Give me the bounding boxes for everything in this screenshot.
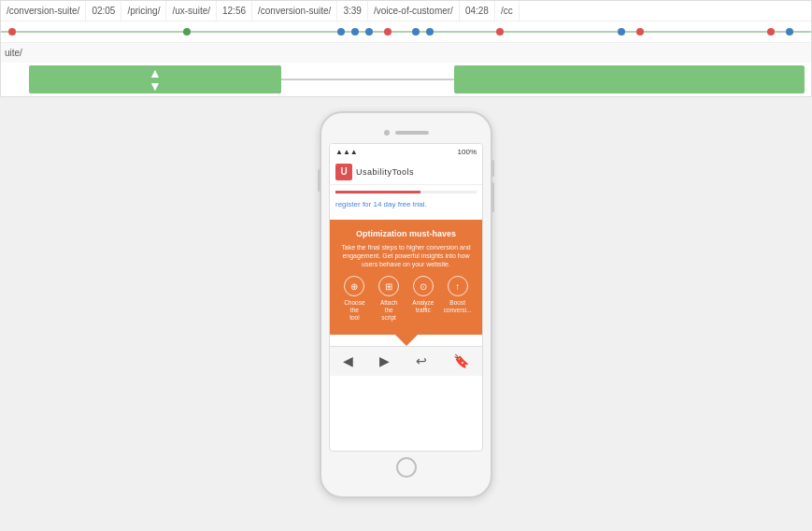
- phone-nav-bar: U UsabilityTools: [330, 159, 482, 185]
- track-dot-red-3: [496, 28, 504, 36]
- phone-orange-section: Optimization must-haves Take the final s…: [330, 220, 482, 335]
- side-button-right-1: [491, 160, 494, 177]
- timeline-container: /conversion-suite/ 02:05 /pricing/ /ux-s…: [0, 0, 812, 97]
- choose-icon: ⊕: [344, 276, 364, 296]
- attach-label: Attachthescript: [380, 299, 397, 321]
- phone-logo-icon: U: [335, 164, 352, 180]
- signal-icon: ▲▲▲: [335, 148, 358, 156]
- battery-indicator: 100%: [458, 148, 477, 156]
- header-item-8: /voice-of-customer/: [368, 1, 460, 21]
- forward-button[interactable]: ▶: [379, 353, 390, 368]
- timeline-playback-row: ▲ ▼: [1, 63, 811, 96]
- timeline-track: [1, 22, 811, 42]
- track-dot-blue-6: [618, 28, 625, 36]
- header-item-2: 02:05: [86, 1, 121, 21]
- track-dot-red-1: [8, 28, 16, 36]
- phone-bottom-bar[interactable]: ◀ ▶ ↩ 🔖: [330, 346, 482, 376]
- connector-line: [281, 79, 454, 80]
- track-dot-red-5: [767, 28, 775, 36]
- track-dot-blue-3: [365, 28, 373, 36]
- header-item-7: 3:39: [337, 1, 367, 21]
- phone-orange-desc: Take the final steps to higher conversio…: [337, 243, 475, 268]
- phone-hero-section: register for 14 day free trial.: [330, 185, 482, 214]
- share-button[interactable]: ↩: [416, 353, 427, 368]
- back-button[interactable]: ◀: [343, 353, 353, 368]
- track-dot-blue-4: [412, 28, 420, 36]
- header-item-4: /ux-suite/: [166, 1, 217, 21]
- phone-logo-text: UsabilityTools: [356, 167, 414, 177]
- phone-icons-row: ⊕ Choosethetool ⊞ Attachthescript ⊙ Anal…: [337, 276, 475, 321]
- track-dot-blue-5: [426, 28, 434, 36]
- bookmark-button[interactable]: 🔖: [453, 353, 469, 368]
- phone-screen: ▲▲▲ 100% U UsabilityTools register for 1…: [329, 143, 483, 452]
- header-item-9: 04:28: [460, 1, 495, 21]
- track-line: [1, 31, 811, 33]
- header-item-3: /pricing/: [121, 1, 166, 21]
- track-dot-blue-7: [786, 28, 793, 36]
- phone-icon-choose: ⊕ Choosethetool: [337, 276, 372, 321]
- phone-status-bar: ▲▲▲ 100%: [330, 144, 482, 159]
- phone-wrapper: ▲▲▲ 100% U UsabilityTools register for 1…: [0, 102, 812, 498]
- playback-arrows: ▲ ▼: [149, 66, 162, 93]
- analyze-icon: ⊙: [413, 276, 434, 296]
- green-bar-right[interactable]: [454, 65, 805, 93]
- side-button-right-2: [491, 182, 494, 212]
- timeline-header: /conversion-suite/ 02:05 /pricing/ /ux-s…: [1, 1, 811, 22]
- phone-icon-analyze: ⊙ Analyzetraffic: [406, 276, 441, 321]
- orange-arrow: [395, 335, 418, 346]
- header-item-6: /conversion-suite/: [252, 1, 337, 21]
- header-item-5: 12:56: [217, 1, 252, 21]
- phone-camera: [384, 130, 390, 136]
- boost-icon: ↑: [448, 276, 468, 296]
- header-item-1: /conversion-suite/: [1, 1, 86, 21]
- attach-icon: ⊞: [378, 276, 399, 296]
- analyze-label: Analyzetraffic: [412, 299, 434, 314]
- track-dot-red-4: [636, 28, 644, 36]
- side-button-left: [318, 169, 321, 192]
- choose-label: Choosethetool: [344, 299, 364, 321]
- track-dot-green-1: [183, 28, 191, 36]
- phone-progress-fill: [335, 191, 420, 194]
- track-dot-blue-2: [351, 28, 359, 36]
- phone-orange-title: Optimization must-haves: [337, 229, 475, 238]
- phone-icon-attach: ⊞ Attachthescript: [372, 276, 406, 321]
- phone-icon-boost: ↑ Boostconversi...: [440, 276, 475, 321]
- track-dot-red-2: [384, 28, 392, 36]
- green-bar-left[interactable]: ▲ ▼: [29, 65, 281, 93]
- phone-speaker: [395, 131, 429, 135]
- track-dot-blue-1: [337, 28, 345, 36]
- phone-mockup: ▲▲▲ 100% U UsabilityTools register for 1…: [320, 111, 492, 498]
- boost-label: Boostconversi...: [444, 299, 472, 314]
- phone-progress-bar: [335, 191, 477, 194]
- header-item-10: /cc: [495, 1, 520, 21]
- phone-reg-text: register for 14 day free trial.: [335, 200, 427, 208]
- phone-home-button[interactable]: [396, 457, 417, 478]
- timeline-url-row: uite/: [1, 42, 811, 63]
